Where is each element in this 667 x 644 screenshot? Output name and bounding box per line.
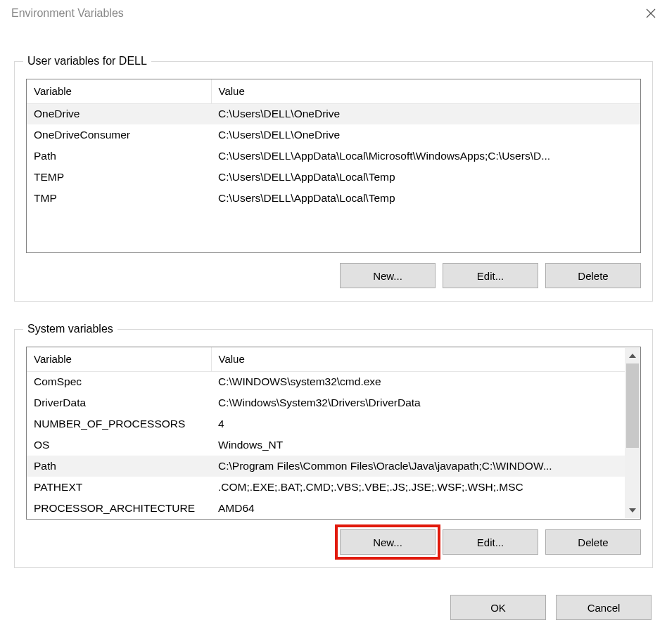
system-var-cell: Path (27, 456, 211, 477)
user-row[interactable]: TMPC:\Users\DELL\AppData\Local\Temp (27, 188, 640, 209)
user-val-cell: C:\Users\DELL\OneDrive (211, 124, 640, 146)
system-val-cell: AMD64 (211, 498, 625, 519)
user-row[interactable]: OneDriveConsumerC:\Users\DELL\OneDrive (27, 124, 640, 146)
system-var-cell: ComSpec (27, 371, 211, 392)
system-variables-group: System variables Variable Value ComSpecC… (14, 323, 653, 568)
user-row[interactable]: OneDriveC:\Users\DELL\OneDrive (27, 103, 640, 124)
scroll-down-icon[interactable] (625, 503, 640, 518)
user-val-cell: C:\Users\DELL\AppData\Local\Temp (211, 188, 640, 209)
system-row[interactable]: ComSpecC:\WINDOWS\system32\cmd.exe (27, 371, 625, 392)
system-col-value[interactable]: Value (211, 347, 625, 371)
system-val-cell: .COM;.EXE;.BAT;.CMD;.VBS;.VBE;.JS;.JSE;.… (211, 477, 625, 498)
window-title: Environment Variables (11, 7, 124, 20)
user-var-cell: OneDriveConsumer (27, 124, 211, 146)
cancel-button[interactable]: Cancel (556, 595, 652, 620)
user-variables-group: User variables for DELL Variable Value O… (14, 55, 653, 302)
system-row[interactable]: PROCESSOR_ARCHITECTUREAMD64 (27, 498, 625, 519)
user-variables-table: Variable Value OneDriveC:\Users\DELL\One… (27, 79, 640, 209)
user-row[interactable]: TEMPC:\Users\DELL\AppData\Local\Temp (27, 167, 640, 188)
system-val-cell: Windows_NT (211, 434, 625, 456)
close-button[interactable] (635, 3, 667, 24)
user-edit-button[interactable]: Edit... (443, 263, 538, 288)
user-val-cell: C:\Users\DELL\AppData\Local\Temp (211, 167, 640, 188)
titlebar: Environment Variables (0, 0, 667, 27)
user-delete-button[interactable]: Delete (545, 263, 641, 288)
system-val-cell: C:\Windows\System32\Drivers\DriverData (211, 392, 625, 413)
system-row[interactable]: PathC:\Program Files\Common Files\Oracle… (27, 456, 625, 477)
dialog-footer: OK Cancel (0, 575, 667, 627)
user-var-cell: TMP (27, 188, 211, 209)
user-var-cell: TEMP (27, 167, 211, 188)
system-row[interactable]: NUMBER_OF_PROCESSORS4 (27, 413, 625, 434)
system-row[interactable]: DriverDataC:\Windows\System32\Drivers\Dr… (27, 392, 625, 413)
system-var-cell: DriverData (27, 392, 211, 413)
system-scrollbar[interactable] (625, 348, 640, 518)
user-var-cell: OneDrive (27, 103, 211, 124)
system-variables-table-wrap[interactable]: Variable Value ComSpecC:\WINDOWS\system3… (26, 347, 641, 520)
system-val-cell: C:\Program Files\Common Files\Oracle\Jav… (211, 456, 625, 477)
system-new-button[interactable]: New... (340, 529, 436, 555)
user-var-cell: Path (27, 146, 211, 167)
user-button-row: New... Edit... Delete (26, 263, 641, 288)
system-edit-button[interactable]: Edit... (443, 529, 538, 555)
system-var-cell: OS (27, 434, 211, 456)
scroll-thumb[interactable] (626, 363, 639, 448)
user-new-button[interactable]: New... (340, 263, 436, 288)
user-val-cell: C:\Users\DELL\AppData\Local\Microsoft\Wi… (211, 146, 640, 167)
system-var-cell: PROCESSOR_ARCHITECTURE (27, 498, 211, 519)
user-variables-legend: User variables for DELL (23, 55, 151, 67)
user-variables-table-wrap[interactable]: Variable Value OneDriveC:\Users\DELL\One… (26, 79, 641, 253)
system-val-cell: 4 (211, 413, 625, 434)
system-var-cell: NUMBER_OF_PROCESSORS (27, 413, 211, 434)
system-row[interactable]: PATHEXT.COM;.EXE;.BAT;.CMD;.VBS;.VBE;.JS… (27, 477, 625, 498)
system-variables-table: Variable Value ComSpecC:\WINDOWS\system3… (27, 347, 625, 519)
user-col-variable[interactable]: Variable (27, 79, 211, 103)
system-var-cell: PATHEXT (27, 477, 211, 498)
user-row[interactable]: PathC:\Users\DELL\AppData\Local\Microsof… (27, 146, 640, 167)
close-icon (646, 8, 656, 18)
system-variables-legend: System variables (23, 323, 117, 335)
user-val-cell: C:\Users\DELL\OneDrive (211, 103, 640, 124)
system-row[interactable]: OSWindows_NT (27, 434, 625, 456)
system-button-row: New... Edit... Delete (26, 529, 641, 555)
scroll-up-icon[interactable] (625, 348, 640, 363)
ok-button[interactable]: OK (450, 595, 546, 620)
system-delete-button[interactable]: Delete (545, 529, 641, 555)
user-col-value[interactable]: Value (211, 79, 640, 103)
system-val-cell: C:\WINDOWS\system32\cmd.exe (211, 371, 625, 392)
system-col-variable[interactable]: Variable (27, 347, 211, 371)
